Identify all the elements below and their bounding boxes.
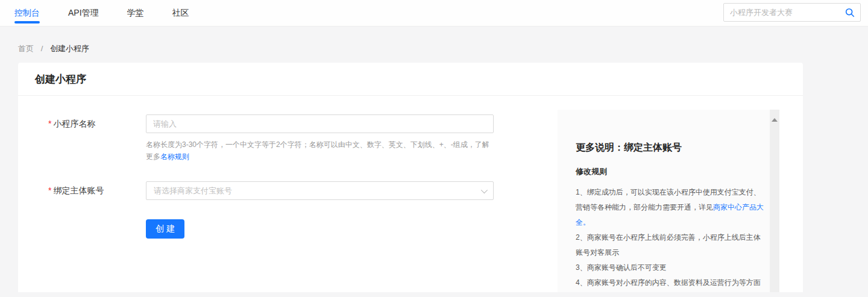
tab-community[interactable]: 社区 xyxy=(172,0,189,26)
breadcrumb-home-link[interactable]: 首页 xyxy=(18,44,34,53)
name-rules-link[interactable]: 名称规则 xyxy=(160,152,189,161)
create-button[interactable]: 创 建 xyxy=(146,219,184,239)
tab-api-management[interactable]: API管理 xyxy=(68,0,99,26)
tab-console[interactable]: 控制台 xyxy=(14,0,40,26)
merchant-account-select-placeholder: 请选择商家支付宝账号 xyxy=(154,186,232,196)
breadcrumb-current: 创建小程序 xyxy=(50,44,89,53)
scroll-up-arrow-icon[interactable] xyxy=(772,118,778,122)
breadcrumb-separator: / xyxy=(41,44,43,53)
chevron-down-icon xyxy=(481,186,488,193)
account-field-label-text: 绑定主体账号 xyxy=(53,186,104,195)
name-field-label: *小程序名称 xyxy=(48,114,146,133)
name-help-text-body: 名称长度为3-30个字符，一个中文字等于2个字符；名称可以由中文、数字、英文、下… xyxy=(146,140,489,161)
rule-1-period: 。 xyxy=(583,218,590,227)
rule-item-4: 4、商家账号对小程序的内容、数据资料及运营行为等方面的真实性、合法性及有效性承担… xyxy=(576,275,764,292)
account-field-label: *绑定主体账号 xyxy=(48,181,146,200)
top-nav-bar: 控制台 API管理 学堂 社区 xyxy=(0,0,868,27)
card-header: 创建小程序 xyxy=(18,63,803,96)
tab-school-label: 学堂 xyxy=(127,8,144,19)
search-box[interactable] xyxy=(723,3,861,22)
required-mark: * xyxy=(48,186,51,195)
search-input[interactable] xyxy=(730,8,844,17)
panel-scrollbar[interactable] xyxy=(770,110,779,292)
tab-community-label: 社区 xyxy=(172,8,189,19)
info-panel-subtitle: 修改规则 xyxy=(576,166,764,177)
tab-console-label: 控制台 xyxy=(14,8,40,19)
search-icon[interactable] xyxy=(844,7,855,18)
required-mark: * xyxy=(48,119,51,128)
info-panel-content: 更多说明：绑定主体账号 修改规则 1、绑定成功后，可以实现在该小程序中使用支付宝… xyxy=(558,110,779,292)
merchant-account-select[interactable]: 请选择商家支付宝账号 xyxy=(146,181,494,200)
name-field-label-text: 小程序名称 xyxy=(53,119,95,128)
name-help-text: 名称长度为3-30个字符，一个中文字等于2个字符；名称可以由中文、数字、英文、下… xyxy=(146,139,494,163)
miniprogram-name-input[interactable] xyxy=(146,114,494,133)
rule-item-3: 3、商家账号确认后不可变更 xyxy=(576,260,764,275)
info-panel-title: 更多说明：绑定主体账号 xyxy=(576,142,764,154)
breadcrumb: 首页 / 创建小程序 xyxy=(0,27,868,63)
rule-item-1: 1、绑定成功后，可以实现在该小程序中使用支付宝支付、营销等各种能力，部分能力需要… xyxy=(576,185,764,230)
tab-school[interactable]: 学堂 xyxy=(127,0,144,26)
info-panel: 更多说明：绑定主体账号 修改规则 1、绑定成功后，可以实现在该小程序中使用支付宝… xyxy=(558,110,779,292)
tab-api-management-label: API管理 xyxy=(68,8,99,19)
rule-item-2: 2、商家账号在小程序上线前必须完善，小程序上线后主体账号对客展示 xyxy=(576,230,764,260)
page-title: 创建小程序 xyxy=(35,72,86,86)
create-miniprogram-card: 创建小程序 *小程序名称 名称长度为3-30个字符，一个中文字等于2个字符；名称… xyxy=(18,63,803,292)
